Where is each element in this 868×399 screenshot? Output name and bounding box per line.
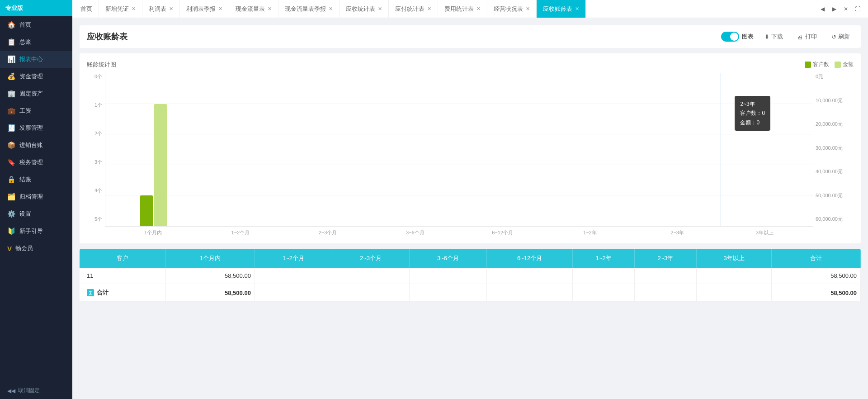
sidebar-item-archive[interactable]: 🗂️ 归档管理	[0, 188, 72, 205]
chart-toggle[interactable]	[721, 32, 739, 42]
sidebar-item-assets[interactable]: 🏢 固定资产	[0, 85, 72, 102]
tab-business-status[interactable]: 经营状况表 ✕	[487, 0, 537, 18]
ledger-icon: 📋	[7, 38, 16, 46]
home-icon: 🏠	[7, 21, 16, 29]
y-axis-right: 60,000.00元 50,000.00元 40,000.00元 30,000.…	[813, 73, 854, 236]
tab-cashflow[interactable]: 现金流量表 ✕	[229, 0, 278, 18]
tab-ar-aging[interactable]: 应收账龄表 ✕	[537, 0, 586, 18]
reports-icon: 📊	[7, 55, 16, 63]
sidebar-item-guide[interactable]: 🔰 新手引导	[0, 223, 72, 240]
bar-group-23year	[634, 73, 721, 226]
tab-ar-stats[interactable]: 应收统计表 ✕	[340, 0, 389, 18]
tab-close-cashflow-quarter[interactable]: ✕	[329, 6, 333, 12]
tab-close-new-voucher[interactable]: ✕	[132, 6, 136, 12]
col-12year: 1~2年	[573, 249, 635, 268]
total-12month	[255, 284, 332, 302]
data-table: 客户 1个月内 1~2个月 2~3个月 3~6个月 6~12个月 1~2年 2~…	[80, 249, 861, 302]
cell-36month	[410, 268, 487, 284]
tab-close-ar-aging[interactable]: ✕	[575, 6, 579, 12]
tab-cashflow-quarter[interactable]: 现金流量表季报 ✕	[278, 0, 340, 18]
chart-toggle-wrap: 图表	[721, 32, 754, 42]
sidebar-item-tax[interactable]: 🔖 税务管理	[0, 154, 72, 171]
y-label-3: 3个	[94, 159, 102, 166]
tab-ap-stats[interactable]: 应付统计表 ✕	[389, 0, 438, 18]
sidebar-item-label: 固定资产	[19, 90, 43, 98]
tab-new-voucher[interactable]: 新增凭证 ✕	[99, 0, 142, 18]
table-header-row: 客户 1个月内 1~2个月 2~3个月 3~6个月 6~12个月 1~2年 2~…	[80, 249, 861, 268]
download-button[interactable]: ⬇ 下载	[761, 31, 787, 43]
cell-12month	[255, 268, 332, 284]
tab-close-business-status[interactable]: ✕	[526, 6, 530, 12]
sidebar-item-label: 总账	[19, 38, 31, 46]
sidebar-item-settings[interactable]: ⚙️ 设置	[0, 205, 72, 223]
y-right-label-1: 10,000.00元	[816, 97, 843, 104]
bar-group-12month	[197, 73, 284, 226]
tab-nav-buttons: ◀ ▶ ✕ ⛶	[817, 4, 866, 14]
sidebar-item-vip[interactable]: V 畅会员	[0, 240, 72, 257]
y-right-label-6: 60,000.00元	[816, 216, 843, 223]
tooltip-label: 2~3年	[740, 100, 765, 109]
sidebar: 专业版 🏠 首页 📋 总账 📊 报表中心 💰 资金管理 🏢 固定资产 💼 工资 …	[0, 0, 72, 399]
col-612month: 6~12个月	[487, 249, 573, 268]
chart-tooltip: 2~3年 客户数：0 金额：0	[735, 96, 770, 131]
chart-title: 账龄统计图	[87, 61, 854, 69]
total-36month	[410, 284, 487, 302]
x-label-8: 3年以上	[721, 227, 808, 236]
sidebar-item-home[interactable]: 🏠 首页	[0, 16, 72, 33]
total-1month: 58,500.00	[166, 284, 255, 302]
y-right-label-3: 30,000.00元	[816, 145, 843, 152]
x-label-1: 1个月内	[109, 227, 197, 236]
tax-icon: 🔖	[7, 158, 16, 166]
x-axis: 1个月内 1~2个月 2~3个月 3~6个月 6~12个月 1~2年 2~3年 …	[105, 227, 813, 236]
tab-close-profit-quarter[interactable]: ✕	[218, 6, 222, 12]
legend-color-customers	[805, 62, 811, 68]
y-right-label-4: 40,000.00元	[816, 168, 843, 175]
sidebar-item-ledger[interactable]: 📋 总账	[0, 33, 72, 51]
legend-label-amount: 金额	[843, 61, 854, 68]
bar-group-36month	[372, 73, 459, 226]
y-label-0: 0个	[94, 73, 102, 80]
chart-grid: 2~3年 客户数：0 金额：0	[105, 73, 813, 227]
sidebar-item-salary[interactable]: 💼 工资	[0, 102, 72, 119]
tab-scroll-left[interactable]: ◀	[817, 4, 827, 14]
sidebar-item-reports[interactable]: 📊 报表中心	[0, 51, 72, 68]
tab-close-ar-stats[interactable]: ✕	[378, 6, 382, 12]
bar-group-12year	[547, 73, 634, 226]
y-right-label-2: 20,000.00元	[816, 121, 843, 128]
tab-close-cashflow[interactable]: ✕	[268, 6, 272, 12]
tab-profit-quarter[interactable]: 利润表季报 ✕	[180, 0, 229, 18]
tab-expense-stats[interactable]: 费用统计表 ✕	[438, 0, 487, 18]
cell-612month	[487, 268, 573, 284]
cell-23month	[332, 268, 409, 284]
chart-bars	[105, 73, 813, 226]
page-header: 应收账龄表 图表 ⬇ 下载 🖨 打印 ↺ 刷新	[80, 25, 861, 48]
sidebar-item-inventory[interactable]: 📦 进销台账	[0, 137, 72, 154]
total-total: 58,500.00	[772, 284, 861, 302]
y-label-1: 1个	[94, 102, 102, 109]
print-button[interactable]: 🖨 打印	[794, 31, 821, 43]
bar-group-1month	[110, 73, 197, 226]
total-icon: ∑	[87, 289, 94, 296]
sidebar-item-label: 首页	[19, 21, 31, 29]
cell-1month: 58,500.00	[166, 268, 255, 284]
content-area: 应收账龄表 图表 ⬇ 下载 🖨 打印 ↺ 刷新	[72, 18, 868, 399]
tab-home[interactable]: 首页	[74, 0, 99, 18]
sidebar-item-funds[interactable]: 💰 资金管理	[0, 68, 72, 85]
sidebar-item-invoice[interactable]: 🧾 发票管理	[0, 119, 72, 137]
tab-profit[interactable]: 利润表 ✕	[142, 0, 180, 18]
guide-icon: 🔰	[7, 227, 16, 235]
sidebar-item-closing[interactable]: 🔒 结账	[0, 171, 72, 188]
tab-fullscreen[interactable]: ⛶	[853, 4, 863, 14]
tab-close-expense-stats[interactable]: ✕	[476, 6, 481, 12]
refresh-button[interactable]: ↺ 刷新	[828, 31, 854, 43]
chart-area: 账龄统计图 客户数 金额 5个 4个 3个 2个 1个 0个	[80, 53, 861, 243]
main-area: 首页 新增凭证 ✕ 利润表 ✕ 利润表季报 ✕ 现金流量表 ✕ 现金流量表季报 …	[72, 0, 868, 399]
total-612month	[487, 284, 573, 302]
tab-close-ap-stats[interactable]: ✕	[427, 6, 431, 12]
archive-icon: 🗂️	[7, 193, 16, 201]
tab-close-profit[interactable]: ✕	[169, 6, 173, 12]
tab-close-all[interactable]: ✕	[841, 4, 851, 14]
sidebar-pin-toggle[interactable]: ◀◀ 取消固定	[0, 382, 72, 399]
sidebar-item-label: 归档管理	[19, 193, 43, 201]
tab-scroll-right[interactable]: ▶	[829, 4, 839, 14]
